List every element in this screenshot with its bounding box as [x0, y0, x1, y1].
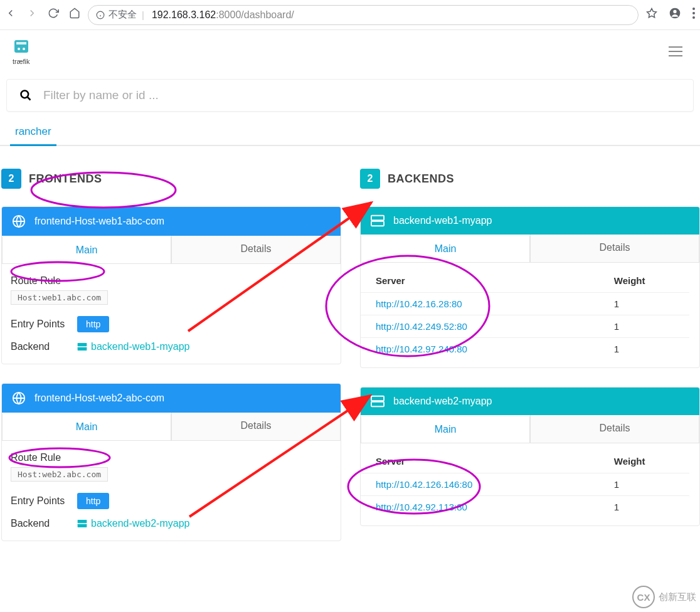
backend-label: Backend: [11, 518, 66, 529]
table-row: http://10.42.249.52:801: [361, 315, 689, 338]
globe-icon: [12, 214, 26, 228]
backend-card: backend-web2-myapp Main Details Server W…: [360, 387, 700, 526]
backend-link[interactable]: backend-web2-myapp: [77, 518, 189, 529]
backend-name: backend-web1-myapp: [393, 215, 492, 226]
url-bar[interactable]: 不安全 | 192.168.3.162:8000/dashboard/: [88, 5, 639, 25]
kebab-menu-icon[interactable]: [692, 8, 695, 22]
search-box: [6, 79, 694, 112]
server-url[interactable]: http://10.42.249.52:80: [361, 315, 614, 338]
svg-rect-27: [371, 396, 384, 401]
backends-title: BACKENDS: [388, 172, 454, 186]
logo-text: træfik: [13, 58, 30, 65]
card-tab-main[interactable]: Main: [361, 235, 530, 263]
svg-point-6: [692, 8, 695, 10]
card-tab-details[interactable]: Details: [171, 413, 341, 441]
info-icon: [96, 11, 105, 19]
svg-point-5: [673, 10, 676, 13]
globe-icon: [12, 391, 26, 405]
svg-rect-22: [78, 524, 87, 527]
server-icon: [77, 342, 87, 351]
server-weight: 1: [614, 473, 689, 496]
server-weight: 1: [614, 293, 689, 315]
route-rule-value: Host:web2.abc.com: [11, 467, 108, 482]
backend-label: Backend: [11, 341, 66, 352]
route-rule-value: Host:web1.abc.com: [11, 290, 108, 305]
browser-toolbar: 不安全 | 192.168.3.162:8000/dashboard/: [0, 0, 700, 30]
svg-point-11: [18, 48, 20, 50]
card-tab-main[interactable]: Main: [2, 236, 171, 264]
traefik-logo: træfik: [13, 38, 30, 65]
svg-point-8: [692, 16, 695, 19]
backend-link[interactable]: backend-web1-myapp: [77, 341, 189, 352]
reload-icon[interactable]: [48, 8, 59, 22]
svg-point-12: [23, 48, 25, 50]
svg-point-7: [692, 12, 695, 14]
table-row: http://10.42.92.113:801: [361, 496, 689, 519]
frontend-name: frontend-Host-web2-abc-com: [34, 393, 164, 404]
backends-column: 2 BACKENDS backend-web1-myapp Main Detai…: [360, 169, 700, 545]
svg-marker-3: [647, 9, 657, 18]
server-weight: 1: [614, 496, 689, 519]
tab-rancher[interactable]: rancher: [10, 119, 56, 146]
hamburger-icon[interactable]: [669, 51, 682, 52]
frontend-name: frontend-Host-web1-abc-com: [34, 216, 164, 227]
weight-column-header: Weight: [614, 451, 689, 473]
entry-point-pill: http: [77, 316, 109, 332]
server-icon: [77, 519, 87, 528]
svg-rect-21: [78, 520, 87, 523]
server-column-header: Server: [361, 270, 614, 293]
entry-point-pill: http: [77, 493, 109, 509]
search-icon: [19, 89, 32, 102]
profile-icon[interactable]: [669, 7, 681, 23]
svg-rect-28: [371, 402, 384, 406]
server-table: Server Weight http://10.42.126.146:801 h…: [361, 451, 689, 518]
card-tab-details[interactable]: Details: [530, 415, 699, 443]
home-icon[interactable]: [69, 8, 80, 22]
route-rule-label: Route Rule: [11, 275, 332, 287]
server-weight: 1: [614, 338, 689, 361]
server-weight: 1: [614, 315, 689, 338]
svg-rect-10: [16, 42, 26, 45]
server-url[interactable]: http://10.42.126.146:80: [361, 473, 614, 496]
svg-point-13: [21, 91, 29, 98]
frontend-card: frontend-Host-web1-abc-com Main Details …: [1, 206, 341, 364]
server-icon: [371, 395, 384, 408]
forward-icon[interactable]: [26, 8, 38, 22]
table-row: http://10.42.126.146:801: [361, 473, 689, 496]
provider-tabs: rancher: [0, 119, 700, 146]
card-tab-details[interactable]: Details: [171, 236, 341, 264]
card-tab-main[interactable]: Main: [361, 415, 530, 443]
svg-rect-17: [78, 343, 87, 346]
insecure-label: 不安全: [109, 9, 137, 21]
svg-rect-23: [371, 216, 384, 220]
backends-count-badge: 2: [360, 169, 380, 189]
server-column-header: Server: [361, 451, 614, 473]
entry-points-label: Entry Points: [11, 495, 66, 507]
frontends-title: FRONTENDS: [29, 172, 102, 186]
route-rule-label: Route Rule: [11, 452, 332, 463]
url-text: 192.168.3.162:8000/dashboard/: [152, 9, 294, 21]
server-table: Server Weight http://10.42.16.28:801 htt…: [361, 270, 689, 360]
frontends-column: 2 FRONTENDS frontend-Host-web1-abc-com M…: [1, 169, 341, 560]
frontend-card: frontend-Host-web2-abc-com Main Details …: [1, 383, 341, 541]
svg-rect-24: [371, 221, 384, 226]
server-url[interactable]: http://10.42.92.113:80: [361, 496, 614, 519]
app-topbar: træfik: [0, 30, 700, 73]
entry-points-label: Entry Points: [11, 319, 66, 330]
backend-card: backend-web1-myapp Main Details Server W…: [360, 206, 700, 368]
server-url[interactable]: http://10.42.97.240:80: [361, 338, 614, 361]
frontends-count-badge: 2: [1, 169, 21, 189]
star-icon[interactable]: [646, 8, 657, 22]
backend-name: backend-web2-myapp: [393, 396, 492, 407]
svg-line-14: [28, 97, 31, 100]
svg-rect-18: [78, 347, 87, 351]
weight-column-header: Weight: [614, 270, 689, 293]
card-tab-main[interactable]: Main: [2, 413, 171, 441]
table-row: http://10.42.16.28:801: [361, 293, 689, 315]
server-icon: [371, 214, 384, 227]
search-input[interactable]: [43, 88, 681, 102]
back-icon[interactable]: [5, 8, 16, 22]
server-url[interactable]: http://10.42.16.28:80: [361, 293, 614, 315]
card-tab-details[interactable]: Details: [530, 235, 699, 263]
table-row: http://10.42.97.240:801: [361, 338, 689, 361]
